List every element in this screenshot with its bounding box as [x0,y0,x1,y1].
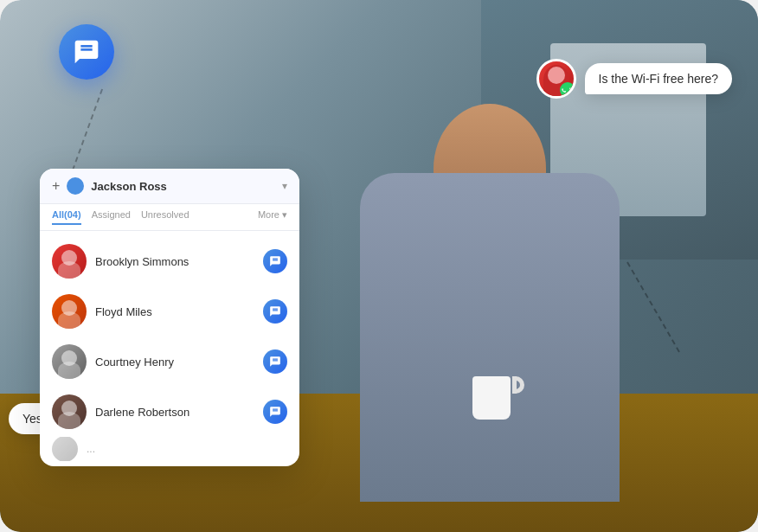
contact-name: ... [87,443,287,455]
tab-more[interactable]: More ▾ [258,209,287,225]
whatsapp-badge [560,82,575,98]
list-item[interactable]: Brooklyn Simmons [40,236,299,286]
channel-icon [67,177,84,195]
add-icon[interactable]: + [52,178,60,194]
list-item[interactable]: Darlene Robertson [40,387,299,437]
person-body [360,173,620,502]
bubble-text-right: Is the Wi-Fi free here? [585,63,733,94]
chat-bubble-incoming: Is the Wi-Fi free here? [536,59,733,99]
list-item[interactable]: Courtney Henry [40,337,299,387]
coffee-cup [472,368,516,420]
list-item[interactable]: Floyd Miles [40,286,299,337]
person-silhouette [308,69,671,502]
avatar [52,437,78,461]
contact-name: Courtney Henry [95,356,254,369]
message-channel-icon[interactable] [263,400,287,424]
list-item-partial: ... [40,437,299,461]
contact-panel: + Jackson Ross ▾ All(04) Assigned Unreso… [40,169,299,466]
contact-name: Floyd Miles [95,305,254,318]
avatar [52,344,87,379]
sender-avatar-red [536,59,576,99]
avatar [52,294,87,329]
message-channel-icon[interactable] [263,349,287,374]
channel-name: Jackson Ross [91,180,275,193]
tab-unresolved[interactable]: Unresolved [141,209,190,225]
dropdown-chevron-icon[interactable]: ▾ [282,180,287,192]
contact-name: Darlene Robertson [95,406,254,419]
tab-all[interactable]: All(04) [52,209,81,225]
message-channel-icon[interactable] [263,249,287,273]
avatar [52,244,87,279]
contact-name: Brooklyn Simmons [95,255,254,268]
contact-list: Brooklyn Simmons Floyd Miles [40,231,299,466]
panel-header[interactable]: + Jackson Ross ▾ [40,169,299,204]
messages-icon-main[interactable] [59,24,114,80]
tab-assigned[interactable]: Assigned [92,209,131,225]
message-channel-icon[interactable] [263,299,287,324]
avatar [52,394,87,429]
filter-tabs: All(04) Assigned Unresolved More ▾ [40,204,299,231]
main-scene: Is the Wi-Fi free here? Yes, no charge a… [0,0,758,532]
